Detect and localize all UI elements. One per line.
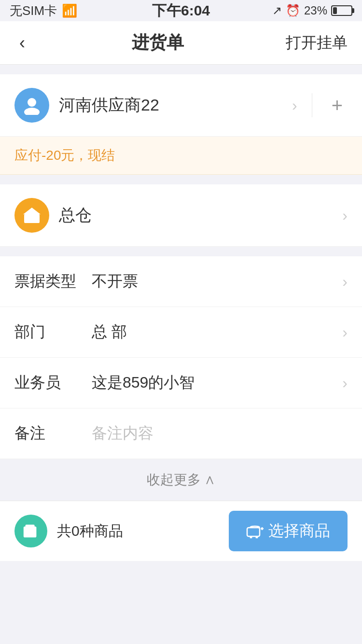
product-icon: [22, 522, 40, 540]
svg-rect-7: [247, 528, 260, 536]
invoice-type-value: 不开票: [92, 256, 337, 307]
section-divider-3: [0, 247, 362, 256]
salesperson-row[interactable]: 业务员 这是859的小智 ›: [0, 358, 362, 408]
svg-rect-6: [26, 525, 35, 528]
warehouse-chevron-icon: ›: [342, 207, 348, 224]
salesperson-label: 业务员: [14, 372, 92, 393]
carrier-label: 无SIM卡: [10, 2, 57, 19]
supplier-row[interactable]: 河南供应商22 › +: [0, 74, 362, 137]
nav-bar: ‹ 进货单 打开挂单: [0, 21, 362, 65]
cart-icon: [246, 524, 264, 538]
svg-point-1: [24, 108, 40, 115]
invoice-type-label: 票据类型: [14, 271, 92, 292]
svg-rect-5: [24, 527, 37, 538]
supplier-avatar: [14, 88, 49, 123]
supplier-section: 河南供应商22 › + 应付-20元，现结: [0, 74, 362, 175]
department-label: 部门: [14, 322, 92, 343]
department-chevron-icon: ›: [337, 323, 348, 341]
salesperson-chevron-icon: ›: [337, 374, 348, 392]
form-section: 票据类型 不开票 › 部门 总 部 › 业务员 这是859的小智 › 备注 备注…: [0, 256, 362, 459]
status-time: 下午6:04: [152, 1, 210, 21]
notice-banner: 应付-20元，现结: [0, 137, 362, 175]
svg-point-0: [28, 98, 36, 107]
status-left: 无SIM卡 📶: [10, 2, 77, 19]
bottom-bar: 共0种商品 选择商品: [0, 501, 362, 561]
wifi-icon: 📶: [62, 3, 77, 18]
remark-label: 备注: [14, 423, 92, 444]
svg-rect-4: [29, 217, 35, 223]
warehouse-section: 总仓 ›: [0, 184, 362, 247]
department-row[interactable]: 部门 总 部 ›: [0, 307, 362, 358]
location-icon: ↗: [272, 4, 282, 17]
warehouse-icon-wrap: [14, 198, 49, 233]
person-icon: [22, 96, 42, 115]
warehouse-row[interactable]: 总仓 ›: [0, 184, 362, 247]
supplier-name: 河南供应商22: [59, 94, 292, 116]
product-count-label: 共0种商品: [57, 521, 229, 541]
battery-icon: [331, 5, 352, 16]
back-button[interactable]: ‹: [14, 28, 30, 58]
warehouse-label: 总仓: [59, 204, 342, 226]
section-divider-1: [0, 65, 362, 74]
open-pending-button[interactable]: 打开挂单: [286, 32, 348, 54]
remark-row[interactable]: 备注 备注内容: [0, 408, 362, 459]
invoice-type-row[interactable]: 票据类型 不开票 ›: [0, 256, 362, 307]
collapse-row[interactable]: 收起更多 ∧: [0, 459, 362, 501]
svg-marker-3: [23, 208, 41, 214]
notice-text: 应付-20元，现结: [14, 148, 115, 163]
product-icon-wrap: [14, 515, 47, 547]
select-product-button[interactable]: 选择商品: [229, 511, 348, 551]
add-supplier-button[interactable]: +: [327, 95, 348, 116]
invoice-type-chevron-icon: ›: [337, 273, 348, 291]
remark-value[interactable]: 备注内容: [92, 408, 348, 459]
select-product-label: 选择商品: [268, 520, 330, 542]
battery-percent: 23%: [304, 4, 327, 17]
vertical-divider: [312, 93, 312, 117]
page-title: 进货单: [132, 31, 184, 55]
section-divider-2: [0, 175, 362, 184]
status-right: ↗ ⏰ 23%: [272, 4, 352, 17]
department-value: 总 部: [92, 307, 337, 357]
status-bar: 无SIM卡 📶 下午6:04 ↗ ⏰ 23%: [0, 0, 362, 21]
salesperson-value: 这是859的小智: [92, 358, 337, 408]
supplier-chevron-icon: ›: [292, 97, 297, 114]
main-background: [0, 561, 362, 644]
collapse-label: 收起更多 ∧: [147, 472, 216, 487]
warehouse-icon: [22, 206, 42, 225]
alarm-icon: ⏰: [286, 4, 300, 17]
